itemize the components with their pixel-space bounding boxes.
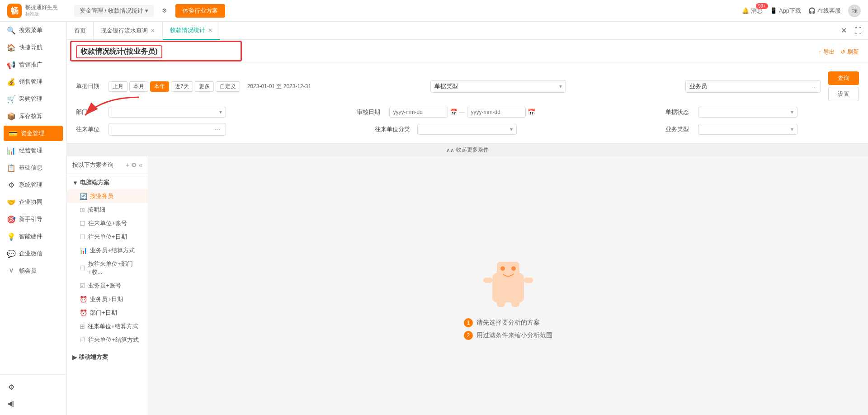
scheme-item-icon-dd: ⏰ (80, 309, 87, 316)
partner-select[interactable]: ··· (108, 123, 226, 136)
refresh-button[interactable]: ↺ 刷新 (840, 48, 859, 56)
scheme-item-by-salesman[interactable]: 🔄 按业务员 (67, 189, 148, 203)
sidebar-item-collapse[interactable]: ◀‖ (0, 396, 66, 411)
scheme-settings-button[interactable]: ⚙ (131, 161, 137, 169)
sidebar-item-finance[interactable]: 💳 资金管理 (4, 126, 63, 141)
scheme-item-partner-dept[interactable]: ☐ 按往来单位+部门+收... (67, 257, 148, 279)
svg-rect-7 (511, 300, 519, 307)
avatar[interactable]: Rit (848, 5, 861, 17)
set-button[interactable]: 设置 (828, 87, 859, 101)
scheme-item-dept-date[interactable]: ⏰ 部门+日期 (67, 306, 148, 320)
scheme-group-pc-label: 电脑端方案 (80, 179, 109, 187)
scheme-item-label-pds: 按往来单位+部门+收... (88, 260, 142, 276)
doc-type-select[interactable]: 单据类型 ▾ (430, 80, 566, 93)
header-right: 🔔 消息 99+ 📱 App下载 🎧 在线客服 Rit (742, 5, 861, 17)
sidebar-item-system[interactable]: ⚙ 系统管理 (0, 176, 66, 193)
salesman-select[interactable]: 业务员 ··· (685, 80, 821, 93)
sidebar-item-label: 新手引导 (19, 215, 42, 223)
scheme-item-partner-account[interactable]: ☐ 往来单位+账号 (67, 217, 148, 230)
guide-icon: 🎯 (7, 215, 15, 223)
tab-home-label: 首页 (74, 27, 86, 35)
collapse-bar[interactable]: ∧∧ 收起更多条件 (67, 143, 868, 156)
audit-date-to[interactable] (467, 107, 526, 118)
sidebar-item-purchase[interactable]: 🛒 采购管理 (0, 90, 66, 108)
refresh-icon: ↺ (840, 48, 845, 55)
sidebar-item-search[interactable]: 🔍 搜索菜单 (0, 22, 66, 39)
scheme-group-mobile-header[interactable]: ▶ 移动端方案 (67, 350, 148, 364)
result-area: 1 请先选择要分析的方案 2 用过滤条件来缩小分析范围 (148, 156, 868, 415)
partner-category-select[interactable]: ▾ (417, 124, 517, 135)
sidebar-item-hardware[interactable]: 💡 智能硬件 (0, 228, 66, 245)
date-btn-this-month[interactable]: 本月 (129, 81, 148, 92)
calendar-to-icon[interactable]: 📅 (528, 108, 535, 116)
filter-row-2: 部门 ▾ 审核日期 📅 — 📅 单据状态 (76, 107, 859, 118)
scheme-group-pc-header[interactable]: ▼ 电脑端方案 (67, 176, 148, 189)
partner-label: 往来单位 (76, 125, 101, 133)
scheme-item-by-detail[interactable]: ⊞ 按明细 (67, 203, 148, 217)
tab-home[interactable]: 首页 (67, 22, 94, 40)
settings-icon[interactable]: ⚙ (157, 4, 172, 18)
tab-collection[interactable]: 收款情况统计 ✕ (163, 22, 220, 40)
date-btn-7days[interactable]: 近7天 (171, 81, 193, 92)
scheme-item-salesman-settlement[interactable]: 📊 业务员+结算方式 (67, 244, 148, 257)
doc-status-select[interactable]: ▾ (698, 107, 797, 118)
trial-button[interactable]: 体验行业方案 (175, 4, 225, 18)
scheme-add-button[interactable]: + (126, 161, 129, 169)
sidebar-item-guide[interactable]: 🎯 新手引导 (0, 211, 66, 228)
scheme-item-partner-date[interactable]: ☐ 往来单位+日期 (67, 230, 148, 244)
svg-rect-6 (497, 300, 505, 307)
export-button[interactable]: ↑ 导出 (819, 48, 835, 56)
app-download-button[interactable]: 📱 App下载 (770, 7, 801, 15)
dept-select[interactable]: ▾ (108, 107, 226, 118)
scheme-item-partner-settlement1[interactable]: ⊞ 往来单位+结算方式 (67, 320, 148, 333)
filter-row-1: 单据日期 上月 本月 本年 近7天 更多 自定义 2023-01-01 至 20… (76, 71, 859, 101)
tab-bank-flow-close[interactable]: ✕ (151, 28, 155, 34)
sidebar-item-quicknav[interactable]: 🏠 快捷导航 (0, 39, 66, 56)
scheme-collapse-button[interactable]: « (139, 161, 142, 169)
tab-bank-flow[interactable]: 现金银行流水查询 ✕ (94, 22, 163, 40)
scheme-item-partner-settlement2[interactable]: ☐ 往来单位+结算方式 (67, 333, 148, 347)
scheme-item-salesman-date[interactable]: ⏰ 业务员+日期 (67, 292, 148, 306)
doc-type-label: 单据类型 (434, 82, 458, 90)
notification-button[interactable]: 🔔 消息 99+ (742, 7, 763, 15)
sidebar-item-basics[interactable]: 📋 基础信息 (0, 159, 66, 176)
biz-type-select[interactable]: ▾ (698, 124, 797, 135)
partner-category-chevron: ▾ (510, 126, 513, 132)
audit-date-from[interactable] (389, 107, 448, 118)
scheme-group-mobile-arrow: ▶ (72, 354, 77, 361)
sidebar-item-inventory[interactable]: 📦 库存核算 (0, 108, 66, 125)
breadcrumb-chevron: ▾ (145, 7, 148, 14)
query-button[interactable]: 查询 (828, 71, 859, 85)
sidebar-item-wechat[interactable]: 💬 企业微信 (0, 245, 66, 262)
tab-collection-close[interactable]: ✕ (208, 27, 212, 33)
date-range-display: 2023-01-01 至 2023-12-31 (247, 83, 311, 90)
sidebar-item-enterprise[interactable]: 🤝 企业协同 (0, 193, 66, 211)
breadcrumb[interactable]: 资金管理 / 收款情况统计 ▾ (74, 5, 154, 17)
sidebar-item-marketing[interactable]: 📢 营销推广 (0, 56, 66, 73)
tab-minimize-button[interactable]: ✕ (837, 24, 850, 37)
service-icon: 🎧 (808, 7, 816, 14)
online-service-button[interactable]: 🎧 在线客服 (808, 7, 841, 15)
svg-rect-4 (483, 278, 492, 283)
sidebar-item-sales[interactable]: 💰 销售管理 (0, 73, 66, 90)
date-btn-custom[interactable]: 自定义 (216, 81, 240, 92)
date-buttons: 上月 本月 本年 近7天 更多 自定义 (108, 81, 240, 92)
tab-maximize-button[interactable]: ⛶ (852, 24, 864, 37)
collapse-icon: ∧∧ (446, 147, 454, 153)
sidebar-item-operations[interactable]: 📊 经营管理 (0, 142, 66, 159)
date-btn-last-month[interactable]: 上月 (108, 81, 127, 92)
page-header: 收款情况统计(按业务员) ↑ 导出 ↺ 刷新 (67, 40, 868, 64)
hint-item-1: 1 请先选择要分析的方案 (464, 318, 540, 327)
scheme-panel: 按以下方案查询 + ⚙ « ▼ 电脑端方案 🔄 按业务员 (67, 156, 148, 415)
sidebar-item-member[interactable]: V 畅会员 (0, 262, 66, 279)
main-area: 首页 现金银行流水查询 ✕ 收款情况统计 ✕ ✕ ⛶ 收款情况统计(按业务员) … (67, 22, 868, 415)
date-btn-this-year[interactable]: 本年 (150, 81, 169, 92)
partner-dots[interactable]: ··· (212, 125, 222, 133)
date-btn-more[interactable]: 更多 (195, 81, 214, 92)
scheme-item-salesman-account[interactable]: ☑ 业务员+账号 (67, 279, 148, 292)
sidebar-item-settings-bottom[interactable]: ⚙ (0, 378, 66, 396)
scheme-item-label-pd: 往来单位+日期 (88, 233, 127, 241)
scheme-group-mobile-label: 移动端方案 (79, 353, 108, 361)
scheme-item-label-ps2: 往来单位+结算方式 (88, 336, 139, 344)
calendar-from-icon[interactable]: 📅 (450, 108, 458, 116)
